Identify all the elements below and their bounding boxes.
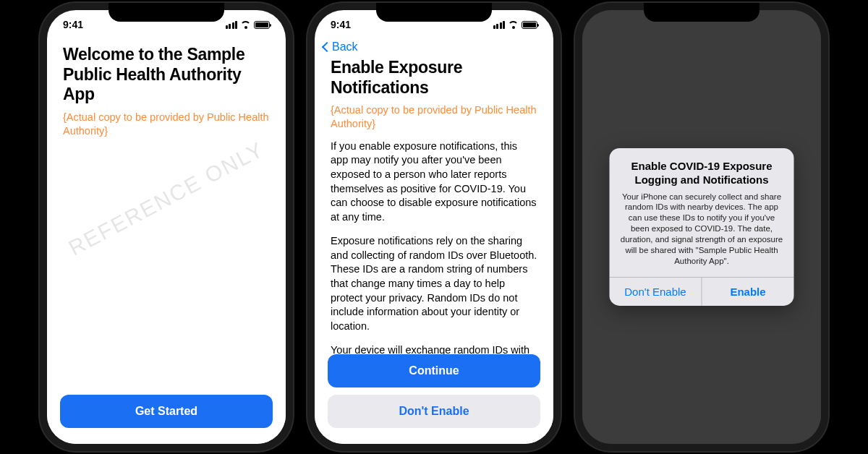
content-area: Enable Exposure Notifications {Actual co… — [315, 58, 553, 354]
alert-body: Enable COVID-19 Exposure Logging and Not… — [610, 148, 794, 277]
placeholder-note: {Actual copy to be provided by Public He… — [63, 111, 270, 138]
status-indicators — [493, 21, 538, 29]
placeholder-note: {Actual copy to be provided by Public He… — [331, 103, 537, 131]
continue-button[interactable]: Continue — [328, 354, 540, 387]
phone-mockup-welcome: 9:41 REFERENCE ONLY Welcome to the Sampl… — [40, 3, 293, 451]
status-indicators — [226, 21, 271, 29]
dont-enable-button[interactable]: Don't Enable — [328, 395, 540, 428]
alert-title: Enable COVID-19 Exposure Logging and Not… — [620, 160, 784, 187]
screen-welcome: 9:41 REFERENCE ONLY Welcome to the Sampl… — [47, 10, 286, 444]
screen-enable: 9:41 Back Enable Exposure Notifications … — [315, 10, 553, 444]
screen-alert: Enable COVID-19 Exposure Logging and Not… — [582, 10, 821, 444]
system-alert: Enable COVID-19 Exposure Logging and Not… — [610, 148, 794, 306]
body-paragraph-2: Exposure notifications rely on the shari… — [331, 234, 537, 333]
phone-mockup-enable: 9:41 Back Enable Exposure Notifications … — [307, 3, 561, 451]
alert-message: Your iPhone can securely collect and sha… — [620, 191, 784, 267]
alert-button-row: Don't Enable Enable — [610, 277, 794, 306]
status-time: 9:41 — [63, 19, 83, 30]
battery-icon — [522, 21, 537, 29]
alert-enable-button[interactable]: Enable — [702, 278, 794, 306]
page-title: Welcome to the Sample Public Health Auth… — [63, 45, 270, 105]
signal-icon — [226, 21, 238, 29]
footer-actions: Get Started — [47, 395, 286, 444]
body-paragraph-1: If you enable exposure notifications, th… — [331, 140, 537, 224]
wifi-icon — [508, 21, 519, 29]
phone-notch — [109, 3, 224, 22]
body-paragraph-3: Your device will exchange random IDs wit… — [331, 343, 537, 354]
battery-icon — [254, 21, 270, 29]
alert-dont-enable-button[interactable]: Don't Enable — [610, 278, 702, 306]
phone-notch — [376, 3, 492, 22]
wifi-icon — [240, 21, 251, 29]
phone-mockup-alert: Enable COVID-19 Exposure Logging and Not… — [575, 3, 828, 451]
watermark-text: REFERENCE ONLY — [64, 137, 268, 261]
signal-icon — [493, 21, 506, 29]
footer-actions: Continue Don't Enable — [315, 354, 553, 444]
get-started-button[interactable]: Get Started — [60, 395, 273, 428]
chevron-left-icon — [322, 42, 332, 52]
back-label: Back — [332, 40, 358, 53]
content-area: REFERENCE ONLY Welcome to the Sample Pub… — [47, 39, 286, 395]
page-title: Enable Exposure Notifications — [331, 58, 537, 98]
status-time: 9:41 — [331, 19, 351, 30]
phone-notch — [644, 3, 760, 22]
back-button[interactable]: Back — [315, 39, 553, 58]
